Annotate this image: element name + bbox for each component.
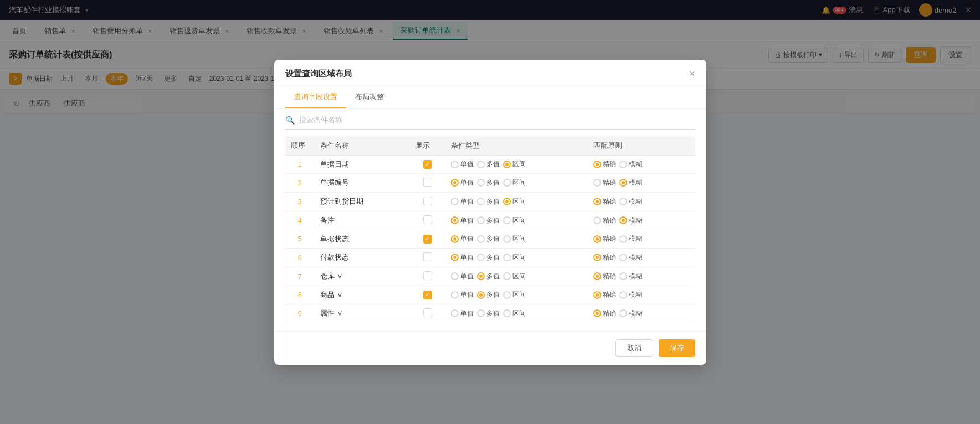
dialog-tabs: 查询字段设置 布局调整	[274, 86, 706, 109]
dialog-header: 设置查询区域布局 ×	[274, 60, 706, 86]
search-bar: 🔍	[285, 116, 695, 118]
dialog-tab-query-label: 查询字段设置	[294, 92, 337, 101]
dialog-tab-layout-label: 布局调整	[355, 92, 384, 101]
dialog-close-button[interactable]: ×	[689, 69, 695, 79]
modal-overlay: 设置查询区域布局 × 查询字段设置 布局调整 🔍	[0, 0, 980, 118]
dialog-tab-layout[interactable]: 布局调整	[346, 86, 393, 108]
dialog-tab-query[interactable]: 查询字段设置	[285, 86, 346, 108]
settings-dialog: 设置查询区域布局 × 查询字段设置 布局调整 🔍	[274, 60, 706, 118]
search-input[interactable]	[299, 116, 410, 118]
dialog-title: 设置查询区域布局	[285, 69, 352, 79]
dialog-body: 🔍 顺序 条件名称 显示 条件类型 匹配原则	[274, 109, 706, 118]
search-icon: 🔍	[285, 116, 295, 118]
